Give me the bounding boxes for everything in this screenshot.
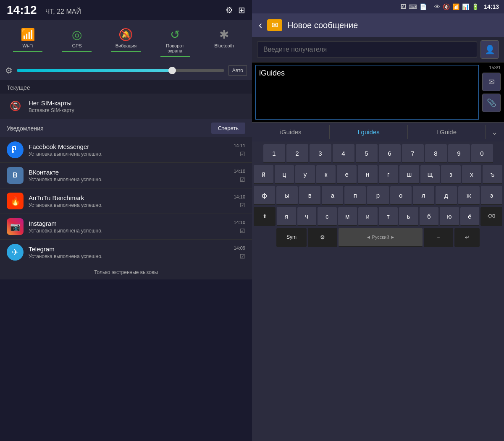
fb-content: Facebook Messenger Установка выполнена у… — [29, 143, 228, 157]
key-ж[interactable]: ж — [458, 186, 480, 205]
key-ф[interactable]: ф — [254, 186, 275, 205]
recipient-input[interactable] — [257, 41, 477, 58]
status-icons: ⚙ ⊞ — [226, 5, 245, 15]
dots-button[interactable]: ··· — [424, 228, 453, 247]
key-л[interactable]: л — [413, 186, 434, 205]
vk-notification[interactable]: В ВКонтакте Установка выполнена успешно.… — [0, 163, 252, 188]
telegram-meta: 14:09 ☑ — [234, 245, 245, 260]
keyboard-settings-button[interactable]: ⚙ — [308, 228, 337, 247]
message-input-area[interactable]: iGuides — [255, 65, 479, 120]
gps-indicator — [62, 51, 92, 52]
contact-picker-button[interactable]: 👤 — [480, 40, 499, 59]
keyboard-row-4: ⬆ я ч с м и т ь б ю ё ⌫ — [254, 207, 502, 226]
keyboard: 1 2 3 4 5 6 7 8 9 0 й ц у к е н г ш щ з … — [252, 141, 504, 441]
key-е[interactable]: е — [337, 165, 357, 184]
sym-button[interactable]: Sym — [276, 228, 307, 247]
attach-icon: 📎 — [487, 98, 496, 107]
key-ё[interactable]: ё — [460, 207, 480, 226]
key-г[interactable]: г — [379, 165, 399, 184]
key-и[interactable]: и — [358, 207, 378, 226]
key-ъ[interactable]: ъ — [483, 165, 502, 184]
key-о[interactable]: о — [390, 186, 412, 205]
key-4[interactable]: 4 — [333, 144, 354, 163]
instagram-notification[interactable]: 📷 Instagram Установка выполнена успешно.… — [0, 214, 252, 240]
autocomplete-more-button[interactable]: ⌄ — [486, 128, 504, 137]
fb-icon: ᠻ — [7, 141, 24, 158]
key-с[interactable]: с — [318, 207, 337, 226]
send-button[interactable]: ✉ — [482, 73, 501, 91]
key-в[interactable]: в — [299, 186, 320, 205]
gps-icon: ◎ — [72, 28, 82, 42]
key-ш[interactable]: ш — [399, 165, 419, 184]
key-щ[interactable]: щ — [420, 165, 440, 184]
backspace-button[interactable]: ⌫ — [480, 207, 502, 226]
key-6[interactable]: 6 — [379, 144, 401, 163]
key-ю[interactable]: ю — [440, 207, 459, 226]
antutu-notification[interactable]: 🔥 AnTuTu Benchmark Установка выполнена у… — [0, 188, 252, 214]
key-у[interactable]: у — [295, 165, 315, 184]
key-й[interactable]: й — [254, 165, 273, 184]
enter-button[interactable]: ↵ — [454, 228, 480, 247]
auto-brightness-btn[interactable]: Авто — [228, 65, 247, 76]
telegram-content: Telegram Установка выполнена успешно. — [29, 245, 228, 259]
instagram-time: 14:10 — [234, 219, 245, 225]
brightness-slider[interactable] — [17, 69, 224, 72]
key-ц[interactable]: ц — [275, 165, 294, 184]
settings-icon[interactable]: ⚙ — [226, 5, 233, 15]
attach-button[interactable]: 📎 — [482, 94, 501, 112]
toggle-bluetooth[interactable]: ✱ Bluetooth — [205, 25, 243, 60]
key-я[interactable]: я — [277, 207, 296, 226]
space-button[interactable]: ◄ Русский ► — [339, 228, 423, 247]
autocomplete-iguides[interactable]: iGuides — [252, 125, 330, 139]
toggle-rotation[interactable]: ↺ Поворотэкрана — [156, 25, 194, 60]
shift-button[interactable]: ⬆ — [254, 207, 276, 226]
key-э[interactable]: э — [481, 186, 502, 205]
clear-notifications-button[interactable]: Стереть — [211, 123, 245, 134]
key-р[interactable]: р — [367, 186, 388, 205]
back-button[interactable]: ‹ — [259, 19, 262, 31]
telegram-time: 14:09 — [234, 245, 245, 251]
key-3[interactable]: 3 — [310, 144, 331, 163]
autocomplete-iguide-text: I Guide — [436, 128, 457, 136]
telegram-notification[interactable]: ✈ Telegram Установка выполнена успешно. … — [0, 240, 252, 265]
key-а[interactable]: а — [322, 186, 343, 205]
key-7[interactable]: 7 — [402, 144, 424, 163]
toggle-wifi[interactable]: 📶 Wi-Fi — [9, 25, 47, 60]
fb-subtitle: Установка выполнена успешно. — [29, 151, 228, 157]
key-2[interactable]: 2 — [286, 144, 308, 163]
key-п[interactable]: п — [344, 186, 366, 205]
key-5[interactable]: 5 — [356, 144, 378, 163]
key-1[interactable]: 1 — [263, 144, 285, 163]
key-б[interactable]: б — [420, 207, 439, 226]
autocomplete-iguides2[interactable]: I guides — [330, 125, 407, 139]
key-з[interactable]: з — [441, 165, 461, 184]
toggle-gps[interactable]: ◎ GPS — [58, 25, 96, 60]
sim-notification: 📵 Нет SIM-карты Вставьте SIM-карту — [0, 94, 252, 119]
right-status-bar: 🖼 ⌨ 📄 👁 🔇 📶 📊 🔋 14:13 — [252, 0, 504, 13]
key-к[interactable]: к — [316, 165, 336, 184]
fb-notification[interactable]: ᠻ Facebook Messenger Установка выполнена… — [0, 137, 252, 163]
key-8[interactable]: 8 — [425, 144, 447, 163]
wifi-indicator — [13, 51, 42, 52]
vk-time: 14:10 — [234, 168, 245, 174]
compose-actions: 153/1 ✉ 📎 — [482, 65, 501, 120]
key-д[interactable]: д — [436, 186, 457, 205]
key-9[interactable]: 9 — [448, 144, 470, 163]
key-ы[interactable]: ы — [276, 186, 298, 205]
key-н[interactable]: н — [358, 165, 378, 184]
key-0[interactable]: 0 — [471, 144, 493, 163]
key-м[interactable]: м — [338, 207, 357, 226]
key-ч[interactable]: ч — [297, 207, 317, 226]
key-т[interactable]: т — [379, 207, 398, 226]
keyboard-row-2: й ц у к е н г ш щ з х ъ — [254, 165, 502, 184]
autocomplete-iguide[interactable]: I Guide — [408, 125, 486, 139]
notifications-header: Уведомления Стереть — [0, 119, 252, 137]
key-х[interactable]: х — [462, 165, 482, 184]
sim-subtitle: Вставьте SIM-карту — [29, 107, 245, 113]
vk-subtitle: Установка выполнена успешно. — [29, 177, 228, 183]
time-display: 14:12 — [7, 3, 37, 17]
toggle-vibration[interactable]: 🔕 Вибрация — [107, 25, 145, 60]
vk-title: ВКонтакте — [29, 169, 228, 176]
grid-icon[interactable]: ⊞ — [238, 5, 245, 15]
key-ь[interactable]: ь — [399, 207, 418, 226]
